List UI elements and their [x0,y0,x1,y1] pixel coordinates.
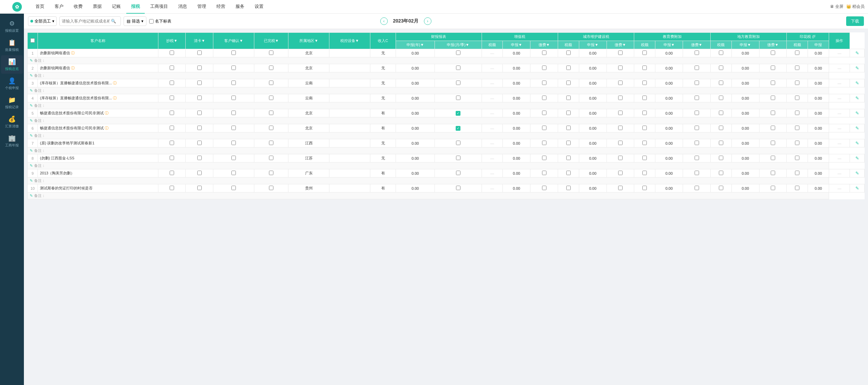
nav-operation[interactable]: 经营 [212,0,230,14]
sub-difang-jf[interactable]: 缴费▼ [759,41,787,49]
jiaoyu-jf-checkbox[interactable] [719,51,723,55]
zengzhi-jf-checkbox[interactable] [566,81,571,85]
col-header-taxdevice[interactable]: 税控设备▼ [329,33,370,49]
jiaoyu-jf-checkbox[interactable] [719,96,723,100]
chaoshui-checkbox[interactable] [170,171,174,175]
caibao-year-checkbox[interactable] [456,81,460,85]
sidebar-item-personal-tax[interactable]: 👤 个税申报 [1,74,23,93]
chengshi-jf-cell[interactable] [634,154,655,162]
zengzhi-jf-checkbox[interactable] [566,51,571,55]
note-cell[interactable]: ✎备注： [28,102,829,109]
employee-select[interactable]: 全部员工 ▾ [28,16,57,26]
difang-sb-checkbox[interactable] [771,126,775,130]
sidebar-item-tax-overview[interactable]: 📊 报税总览 [1,55,23,74]
jiaoyu-sb-checkbox[interactable] [695,66,699,70]
jiaoyu-jf-cell[interactable] [710,154,731,162]
kehuqueren-checkbox[interactable] [231,66,236,70]
difang-sb-cell[interactable] [759,169,787,177]
zengzhi-sb-checkbox[interactable] [542,171,546,175]
yiwanshui-cell[interactable] [254,139,288,147]
kehuqueren-cell[interactable] [213,79,254,87]
difang-jf-cell[interactable] [787,49,808,57]
jiaoyu-jf-cell[interactable] [710,109,731,117]
chengshi-sb-cell[interactable] [607,124,634,132]
difang-jf-cell[interactable] [787,124,808,132]
zengzhi-jf-cell[interactable] [558,109,579,117]
caibao-year-cell[interactable] [435,49,482,57]
qingka-cell[interactable] [186,124,213,132]
caibao-year-checked[interactable]: ✓ [456,111,460,116]
qingka-checkbox[interactable] [197,96,202,100]
chaoshui-checkbox[interactable] [170,126,174,130]
difang-sb-cell[interactable] [759,79,787,87]
jiaoyu-jf-checkbox[interactable] [719,126,723,130]
chengshi-sb-cell[interactable] [607,169,634,177]
sub-jiaoyu-jf[interactable]: 缴费▼ [683,41,711,49]
note-cell[interactable]: ✎备注： [28,192,829,199]
chengshi-sb-checkbox[interactable] [618,66,623,70]
chengshi-jf-checkbox[interactable] [642,111,647,115]
named-table-checkbox-label[interactable]: 名下标表 [149,18,171,24]
jiaoyu-sb-cell[interactable] [683,64,711,72]
chengshi-jf-cell[interactable] [634,124,655,132]
nav-home[interactable]: 首页 [31,0,49,14]
company-name-cell[interactable]: 勿删新锐网络通信 ⓘ [38,64,158,72]
operation-cell[interactable]: ✎ [850,94,865,102]
difang-sb-checkbox[interactable] [771,141,775,145]
note-cell[interactable]: ✎备注： [28,132,829,139]
kehuqueren-checkbox[interactable] [231,186,236,190]
caibao-year-cell[interactable]: ✓ [435,109,482,117]
jiaoyu-jf-checkbox[interactable] [719,141,723,145]
zengzhi-sb-checkbox[interactable] [542,156,546,160]
yiwanshui-cell[interactable] [254,94,288,102]
caibao-year-checkbox[interactable] [456,96,460,100]
kehuqueren-checkbox[interactable] [231,141,236,145]
chengshi-jf-checkbox[interactable] [642,81,647,85]
qingka-checkbox[interactable] [197,141,202,145]
jiaoyu-sb-cell[interactable] [683,124,711,132]
difang-sb-checkbox[interactable] [771,66,775,70]
note-edit-icon[interactable]: ✎ [30,163,33,168]
yiwanshui-checkbox[interactable] [269,96,273,100]
yiwanshui-cell[interactable] [254,184,288,192]
chaoshui-cell[interactable] [158,79,186,87]
chengshi-sb-cell[interactable] [607,79,634,87]
zengzhi-sb-cell[interactable] [530,64,558,72]
jiaoyu-sb-checkbox[interactable] [695,156,699,160]
difang-jf-checkbox[interactable] [795,126,799,130]
jiaoyu-sb-cell[interactable] [683,184,711,192]
kehuqueren-cell[interactable] [213,154,254,162]
chengshi-sb-cell[interactable] [607,109,634,117]
jiaoyu-jf-cell[interactable] [710,184,731,192]
zengzhi-jf-checkbox[interactable] [566,156,571,160]
zengzhi-jf-cell[interactable] [558,169,579,177]
zengzhi-jf-checkbox[interactable] [566,111,571,115]
jiaoyu-jf-cell[interactable] [710,139,731,147]
caibao-year-cell[interactable]: ✓ [435,124,482,132]
next-period-button[interactable]: › [424,17,431,25]
nav-bookkeeping[interactable]: 记账 [107,0,126,14]
caibao-year-cell[interactable] [435,94,482,102]
company-name-cell[interactable]: (库存核算）直播畅捷通信息技术股份有限... ⓘ [38,94,158,102]
difang-jf-checkbox[interactable] [795,81,799,85]
col-header-kehuqueren[interactable]: 客户确认▼ [213,33,254,49]
kehuqueren-checkbox[interactable] [231,51,236,55]
qingka-cell[interactable] [186,109,213,117]
nav-invoice[interactable]: 票据 [88,0,106,14]
note-edit-icon[interactable]: ✎ [30,73,33,77]
chengshi-jf-cell[interactable] [634,169,655,177]
difang-jf-cell[interactable] [787,169,808,177]
sub-chengshi-jf[interactable]: 缴费▼ [607,41,634,49]
kehuqueren-checkbox[interactable] [231,156,236,160]
sub-difang-sb[interactable]: 申报▼ [731,41,759,49]
difang-sb-cell[interactable] [759,124,787,132]
table-container[interactable]: 客户名称 抄税▼ 清卡▼ 客户确认▼ 已完税▼ 所属地区▼ 税控设备▼ 收入C … [24,29,868,385]
chaoshui-cell[interactable] [158,94,186,102]
nav-message[interactable]: 消息 [173,0,192,14]
zengzhi-jf-checkbox[interactable] [566,186,571,190]
chengshi-jf-checkbox[interactable] [642,66,647,70]
yiwanshui-checkbox[interactable] [269,126,273,130]
edit-icon[interactable]: ✎ [855,81,859,86]
zengzhi-sb-checkbox[interactable] [542,96,546,100]
difang-jf-checkbox[interactable] [795,51,799,55]
